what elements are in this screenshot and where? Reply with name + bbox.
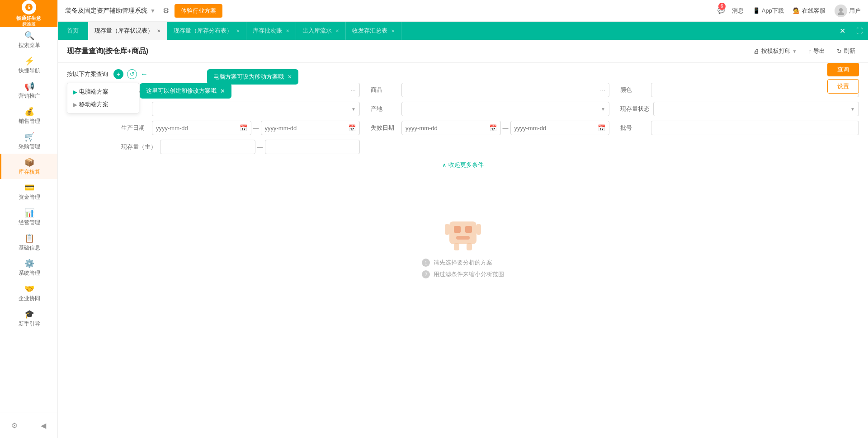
- stock-status-dropdown-icon[interactable]: ▼: [850, 107, 855, 112]
- warehouse-dots-icon[interactable]: ···: [350, 86, 356, 94]
- app-download-icon: 📱: [753, 7, 760, 14]
- size-dropdown-icon[interactable]: ▼: [351, 107, 356, 112]
- filter-origin-label: 产地: [371, 105, 398, 113]
- svg-point-2: [839, 8, 843, 12]
- export-btn[interactable]: ↑ 导出: [805, 45, 829, 57]
- svg-rect-9: [476, 224, 481, 235]
- tabbar: 首页 现存量（库存状况表） ✕ 现存量（库存分布表） ✕ 库存批次账 ✕ 出入库…: [58, 22, 868, 40]
- tab-inventory-dist[interactable]: 现存量（库存分布表） ✕: [167, 22, 246, 40]
- filter-batch-input[interactable]: [651, 121, 859, 135]
- settings-filter-btn[interactable]: 设置: [827, 79, 859, 94]
- topbar-settings-icon[interactable]: ⚙: [163, 6, 169, 15]
- operations-icon: 📊: [24, 208, 34, 218]
- tab-close-receive-summary[interactable]: ✕: [391, 28, 395, 33]
- filter-field-origin: 产地 ▼: [371, 102, 609, 116]
- tabbar-close-all-icon[interactable]: ✕: [834, 27, 851, 35]
- tab-receive-summary[interactable]: 收发存汇总表 ✕: [346, 22, 401, 40]
- message-btn[interactable]: 💬 6 消息: [717, 7, 744, 15]
- user-menu[interactable]: 用户: [835, 5, 861, 17]
- tab-inventory-status[interactable]: 现存量（库存状况表） ✕: [88, 22, 167, 40]
- filter-color-label: 颜色: [620, 86, 647, 94]
- sales-icon: 💰: [24, 107, 34, 117]
- query-btn[interactable]: 查询: [827, 63, 859, 76]
- filter-origin-input[interactable]: ▼: [401, 102, 609, 116]
- sidebar-item-purchase[interactable]: 🛒 采购管理: [0, 128, 57, 154]
- filter-production-date-start[interactable]: 📅: [152, 121, 251, 135]
- filter-field-batch: 批号: [620, 121, 859, 135]
- filter-goods-label: 商品: [371, 86, 398, 94]
- tooltip2-close-btn[interactable]: ✕: [220, 88, 225, 94]
- filter-row-fields-1: 按照仓库 ··· 商品 ···: [121, 83, 859, 97]
- tab-home[interactable]: 首页: [58, 22, 88, 40]
- tab-inventory-batch[interactable]: 库存批次账 ✕: [246, 22, 296, 40]
- print-btn[interactable]: 🖨 按模板打印 ▼: [750, 45, 801, 57]
- sidebar-item-enterprise[interactable]: 🤝 企业协同: [0, 280, 57, 306]
- experience-btn[interactable]: 体验行业方案: [175, 4, 222, 18]
- online-support-btn[interactable]: 💁 在线客服: [793, 7, 826, 15]
- tab-close-inventory-batch[interactable]: ✕: [286, 28, 289, 33]
- filter-row-1: 按以下方案查询 + ↺ ← 电脑方案可设为移动方案哦 ✕ ▶: [67, 69, 859, 79]
- filter-stock-qty-min[interactable]: [160, 140, 255, 154]
- sidebar-item-operations[interactable]: 📊 经营管理: [0, 204, 57, 230]
- sidebar-collapse-icon[interactable]: ◀: [41, 421, 46, 430]
- filter-size-input[interactable]: ▼: [152, 102, 360, 116]
- filter-stock-qty-max[interactable]: [265, 140, 360, 154]
- scheme-desktop[interactable]: ▶ 电脑端方案: [73, 87, 133, 97]
- expiry-date-end-calendar-icon[interactable]: 📅: [598, 124, 605, 132]
- expiry-date-end-input[interactable]: [514, 125, 598, 132]
- filter-add-btn[interactable]: +: [113, 69, 123, 79]
- tabbar-fullscreen-icon[interactable]: ⛶: [851, 27, 868, 34]
- goods-dots-icon[interactable]: ···: [600, 86, 605, 94]
- filter-arrow-left-btn[interactable]: ←: [141, 70, 148, 78]
- scheme-mobile[interactable]: ▶ 移动端方案: [73, 99, 133, 109]
- app-download-btn[interactable]: 📱 App下载: [753, 7, 784, 15]
- sidebar-settings-icon[interactable]: ⚙: [11, 421, 18, 430]
- system-icon: ⚙️: [24, 259, 34, 268]
- svg-rect-4: [449, 221, 476, 244]
- sidebar-item-sales[interactable]: 💰 销售管理: [0, 103, 57, 128]
- svg-point-3: [838, 12, 844, 15]
- message-badge: 6: [718, 3, 726, 10]
- filter-production-date-end[interactable]: 📅: [261, 121, 360, 135]
- sidebar-nav: 🔍 搜索菜单 ⚡ 快捷导航 📢 营销推广 💰 销售管理 🛒 采购管理 📦 库存核…: [0, 27, 57, 413]
- refresh-btn[interactable]: ↻ 刷新: [833, 45, 859, 57]
- sidebar-item-finance[interactable]: 💳 资金管理: [0, 179, 57, 204]
- production-date-start-calendar-icon[interactable]: 📅: [240, 124, 247, 132]
- guide-icon: 🎓: [24, 309, 34, 319]
- tab-close-inventory-status[interactable]: ✕: [157, 28, 160, 33]
- filter-goods-input[interactable]: ···: [401, 83, 609, 97]
- filter-stock-status-input[interactable]: ▼: [653, 102, 859, 116]
- sidebar-item-system[interactable]: ⚙️ 系统管理: [0, 255, 57, 280]
- tab-close-in-out-flow[interactable]: ✕: [335, 28, 339, 33]
- filter-expiry-date-label: 失效日期: [371, 124, 398, 132]
- sidebar-item-inventory[interactable]: 📦 库存核算: [0, 154, 57, 179]
- production-date-start-input[interactable]: [156, 125, 240, 132]
- sidebar-item-search-menu[interactable]: 🔍 搜索菜单: [0, 27, 57, 52]
- topbar-right: 💬 6 消息 📱 App下载 💁 在线客服 用户: [717, 5, 861, 17]
- origin-dropdown-icon[interactable]: ▼: [601, 107, 605, 112]
- sidebar-item-quick-nav[interactable]: ⚡ 快捷导航: [0, 52, 57, 78]
- expiry-date-start-calendar-icon[interactable]: 📅: [489, 124, 497, 132]
- filter-field-stock-status: 现存量状态 ▼: [620, 102, 859, 116]
- filter-label: 按以下方案查询: [67, 70, 108, 78]
- production-date-end-calendar-icon[interactable]: 📅: [348, 124, 356, 132]
- sidebar-item-guide[interactable]: 🎓 新手引导: [0, 306, 57, 331]
- production-date-end-input[interactable]: [265, 125, 349, 132]
- filter-expiry-date-start[interactable]: 📅: [401, 121, 501, 135]
- scheme-desktop-arrow: ▶: [73, 89, 77, 95]
- purchase-icon: 🛒: [24, 132, 34, 142]
- tab-close-inventory-dist[interactable]: ✕: [236, 28, 240, 33]
- system-name-dropdown-icon: ▼: [150, 8, 156, 14]
- tab-in-out-flow[interactable]: 出入库流水 ✕: [296, 22, 346, 40]
- sidebar-item-basic-info[interactable]: 📋 基础信息: [0, 230, 57, 255]
- export-icon: ↑: [809, 48, 812, 55]
- basic-info-icon: 📋: [24, 233, 34, 243]
- expiry-date-start-input[interactable]: [406, 125, 489, 132]
- collapse-btn[interactable]: ∧ 收起更多条件: [67, 158, 859, 172]
- tooltip1-close-btn[interactable]: ✕: [288, 74, 292, 80]
- filter-expiry-date-end[interactable]: 📅: [510, 121, 610, 135]
- print-icon: 🖨: [754, 48, 760, 55]
- svg-rect-6: [465, 226, 472, 233]
- filter-refresh-btn[interactable]: ↺: [127, 69, 137, 79]
- sidebar-item-marketing[interactable]: 📢 营销推广: [0, 78, 57, 103]
